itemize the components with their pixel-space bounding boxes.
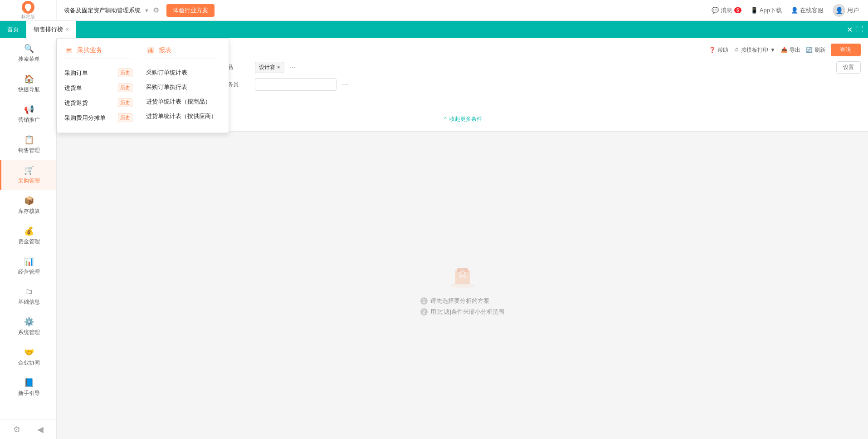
print-icon: 🖨 <box>734 47 739 53</box>
stock-in-history-tag: 历史 <box>118 84 132 92</box>
sidebar-item-search[interactable]: 🔍 搜索菜单 <box>0 38 56 69</box>
print-arrow-icon: ▼ <box>770 47 775 53</box>
tab-expand-icon[interactable]: ⛶ <box>856 25 863 34</box>
help-label: 帮助 <box>717 46 728 54</box>
export-label: 导出 <box>790 46 800 54</box>
purchase-icon: 🛒 <box>24 165 34 175</box>
sidebar-item-inventory[interactable]: 📦 库存核算 <box>0 190 56 221</box>
sidebar-item-quick-nav[interactable]: 🏠 快捷导航 <box>0 69 56 99</box>
sidebar-label-search: 搜索菜单 <box>18 55 40 63</box>
sidebar-item-enterprise[interactable]: 🤝 企业协同 <box>0 342 56 372</box>
tip-num-2: 2 <box>420 308 428 316</box>
sidebar-label-system: 系统管理 <box>18 329 40 336</box>
marketing-icon: 📢 <box>24 104 34 114</box>
sidebar-item-system[interactable]: ⚙️ 系统管理 <box>0 311 56 342</box>
sidebar-label-funds: 资金管理 <box>18 238 40 246</box>
toolbar-right: ❓ 帮助 🖨 按模板打印 ▼ 📤 导出 🔄 刷新 <box>709 44 861 56</box>
sidebar-item-basic-info[interactable]: 🗂 基础信息 <box>0 281 56 311</box>
sidebar-settings-icon[interactable]: ⚙ <box>13 424 20 434</box>
query-btn[interactable]: 查询 <box>831 44 861 56</box>
stock-in-item[interactable]: 进货单 历史 <box>64 80 132 95</box>
purchase-order-stats-label: 采购订单统计表 <box>146 69 187 77</box>
svg-point-7 <box>459 276 461 277</box>
sales-icon: 📋 <box>24 135 34 145</box>
sidebar-label-purchase: 采购管理 <box>18 177 40 185</box>
sidebar-collapse-icon[interactable]: ◀ <box>37 424 44 434</box>
header-right: 💬 消息 6 📱 App下载 👤 在线客服 👤 用户 <box>712 4 868 17</box>
settings-btn[interactable]: 设置 <box>836 61 861 74</box>
sidebar-item-sales[interactable]: 📋 销售管理 <box>0 129 56 160</box>
purchase-order-history-tag: 历史 <box>118 69 132 77</box>
nav-tabs: 首页 销售排行榜 × ✕ ⛶ <box>0 21 868 38</box>
svg-rect-9 <box>66 48 72 53</box>
salesperson-select[interactable] <box>255 78 336 91</box>
sidebar-item-purchase[interactable]: 🛒 采购管理 <box>0 160 56 190</box>
inventory-icon: 📦 <box>24 196 34 206</box>
user-btn[interactable]: 👤 用户 <box>833 4 859 17</box>
sidebar-item-guide[interactable]: 📘 新手引导 <box>0 372 56 403</box>
purchase-expense-label: 采购费用分摊单 <box>64 114 106 122</box>
purchase-order-label: 采购订单 <box>64 69 88 77</box>
goods-tag: 设计赛 × <box>255 62 284 73</box>
svg-rect-0 <box>27 10 29 11</box>
stock-return-label: 进货退货 <box>64 99 88 107</box>
tip-text-1: 请先选择要分析的方案 <box>430 297 489 305</box>
svg-rect-10 <box>147 47 154 54</box>
sidebar-label-sales: 销售管理 <box>18 147 40 154</box>
purchase-order-item[interactable]: 采购订单 历史 <box>64 65 132 80</box>
tip-num-1: 1 <box>420 297 428 305</box>
search-icon: 🔍 <box>24 44 34 54</box>
industry-btn[interactable]: 体验行业方案 <box>166 4 215 17</box>
avatar: 👤 <box>833 4 845 17</box>
tab-home-label: 首页 <box>7 25 19 34</box>
empty-illustration <box>444 255 481 291</box>
funds-icon: 💰 <box>24 226 34 236</box>
settings-icon[interactable]: ⚙ <box>153 6 159 15</box>
empty-state: 1 请先选择要分析的方案 2 用[过滤]条件来缩小分析范围 <box>57 132 868 439</box>
purchase-order-exec-item[interactable]: 采购订单执行表 <box>146 80 217 94</box>
system-arrow-icon[interactable]: ▼ <box>144 8 149 13</box>
sidebar-label-marketing: 营销推广 <box>18 116 40 124</box>
report-section-label: 报表 <box>159 46 171 54</box>
message-badge: 6 <box>734 7 741 13</box>
goods-dots[interactable]: ··· <box>290 63 296 71</box>
tab-home[interactable]: 首页 <box>0 21 26 38</box>
phone-icon: 📱 <box>751 7 758 14</box>
sidebar: 🔍 搜索菜单 🏠 快捷导航 📢 营销推广 📋 销售管理 🛒 采购管理 📦 库存核… <box>0 38 57 439</box>
help-btn[interactable]: ❓ 帮助 <box>709 46 728 54</box>
purchase-order-stats-item[interactable]: 采购订单统计表 <box>146 65 217 80</box>
collapse-up-icon: ⌃ <box>443 116 448 123</box>
stock-in-stats-supplier-item[interactable]: 进货单统计表（按供应商） <box>146 109 217 123</box>
user-label: 用户 <box>847 6 859 15</box>
sidebar-item-marketing[interactable]: 📢 营销推广 <box>0 99 56 129</box>
message-btn[interactable]: 💬 消息 6 <box>712 6 741 15</box>
tab-expand-controls: ✕ ⛶ <box>847 25 868 34</box>
purchase-section-title: 采购业务 <box>64 46 132 59</box>
sidebar-bottom: ⚙ ◀ <box>0 419 56 439</box>
top-header: 标准版 装备及固定资产辅助管理系统 ▼ ⚙ 体验行业方案 💬 消息 6 📱 Ap… <box>0 0 868 21</box>
help-icon: ❓ <box>709 47 716 53</box>
export-btn[interactable]: 📤 导出 <box>781 46 800 54</box>
stock-in-stats-goods-item[interactable]: 进货单统计表（按商品） <box>146 94 217 109</box>
system-name: 装备及固定资产辅助管理系统 <box>64 6 141 15</box>
app-logo <box>22 1 34 14</box>
app-download-btn[interactable]: 📱 App下载 <box>751 6 782 15</box>
sidebar-item-funds[interactable]: 💰 资金管理 <box>0 221 56 251</box>
tab-sales-ranking[interactable]: 销售排行榜 × <box>26 21 76 38</box>
purchase-expense-item[interactable]: 采购费用分摊单 历史 <box>64 110 132 125</box>
sidebar-item-operations[interactable]: 📊 经营管理 <box>0 251 56 281</box>
online-service-label: 在线客服 <box>800 6 824 15</box>
tab-close-icon[interactable]: × <box>66 26 69 33</box>
report-section-title: 报表 <box>146 46 217 59</box>
print-btn[interactable]: 🖨 按模板打印 ▼ <box>734 46 775 54</box>
stock-return-item[interactable]: 进货退货 历史 <box>64 95 132 110</box>
salesperson-dots[interactable]: ··· <box>342 80 348 89</box>
online-service-btn[interactable]: 👤 在线客服 <box>791 6 824 15</box>
operations-icon: 📊 <box>24 256 34 266</box>
refresh-btn[interactable]: 🔄 刷新 <box>806 46 825 54</box>
refresh-icon: 🔄 <box>806 47 813 53</box>
stock-in-label: 进货单 <box>64 84 82 92</box>
home-icon: 🏠 <box>24 74 34 84</box>
tab-close-all-icon[interactable]: ✕ <box>847 25 853 34</box>
basic-info-icon: 🗂 <box>25 287 33 296</box>
